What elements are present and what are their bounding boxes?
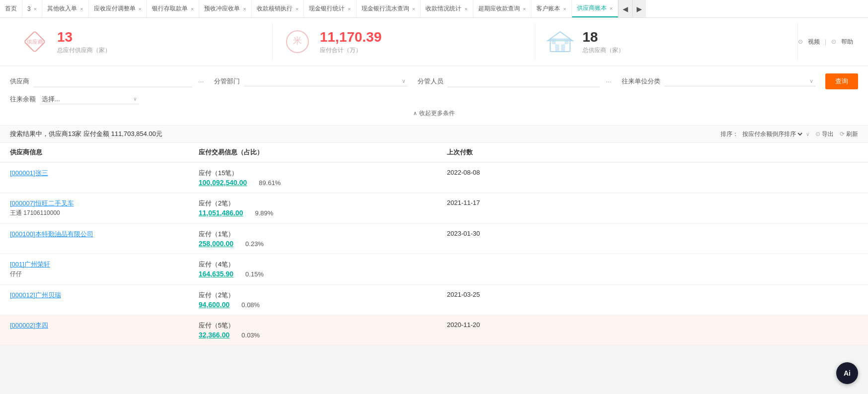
header-transaction: 应付交易信息（占比） <box>199 148 447 157</box>
trans-label: 应付（4笔） <box>199 261 234 268</box>
table-row[interactable]: [000012]广州贝瑞 应付（2笔） 94,600.00 0.08% 2021… <box>0 285 868 315</box>
result-bar: 搜索结果中，供应商13家 应付金额 111,703,854.00元 排序： 按应… <box>0 126 868 143</box>
nav-receipt-verify[interactable]: 收款核销执行 × <box>252 0 304 17</box>
filter-supplier: 供应商 ··· <box>10 75 204 87</box>
last-pay: 2023-01-30 <box>447 230 858 237</box>
person-label: 分管人员 <box>418 77 443 86</box>
filter-person: 分管人员 ··· <box>418 75 612 87</box>
supplier-info: [000012]广州贝瑞 <box>10 291 199 300</box>
result-actions: 排序： 按应付余额倒序排序 ∨ ⊙ 导出 ⟳ 刷新 <box>721 130 858 138</box>
supplier-link[interactable]: [000100]本特勤油品有限公司 <box>10 230 199 239</box>
supplier-link[interactable]: [000012]广州贝瑞 <box>10 291 199 300</box>
nav-supplier-account[interactable]: 供应商账本 × <box>572 0 618 17</box>
supplier-sub: 王通 17106110000 <box>10 209 199 217</box>
stat-total-suppliers: 18 总供应商（家） <box>535 23 798 61</box>
supplier-label: 供应商 <box>10 77 29 86</box>
table-row[interactable]: [000007]恒旺二手叉车 王通 17106110000 应付（2笔） 11,… <box>0 193 868 224</box>
supplier-info: [000002]李四 <box>10 321 199 330</box>
total-suppliers-label: 总供应商（家） <box>582 46 624 55</box>
filter-dept: 分管部门 ∨ <box>214 76 408 86</box>
nav-close-advance[interactable]: × <box>243 6 246 12</box>
table-row[interactable]: [001]广州荣轩 仔仔 应付（4笔） 164,635.90 0.15% <box>0 254 868 285</box>
transaction-info: 应付（4笔） 164,635.90 0.15% <box>199 260 447 278</box>
stat-payable-amount: 米 11,170.39 应付合计（万） <box>273 23 535 61</box>
separator: | <box>825 38 826 45</box>
refresh-button[interactable]: ⟳ 刷新 <box>840 130 858 138</box>
nav-tab-3[interactable]: 3 × <box>22 0 42 17</box>
nav-scroll-right[interactable]: ▶ <box>632 0 646 17</box>
sort-arrow-icon: ∨ <box>806 131 809 137</box>
nav-close-overdue-query[interactable]: × <box>523 6 526 12</box>
trans-amount[interactable]: 11,051,486.00 <box>199 209 243 217</box>
person-input[interactable] <box>447 75 600 87</box>
table-row[interactable]: [000001]张三 应付（15笔） 100,092,540.00 89.61%… <box>0 163 868 193</box>
sort-select[interactable]: 按应付余额倒序排序 <box>740 130 804 138</box>
trans-amount[interactable]: 32,366.00 <box>199 331 229 339</box>
nav-close-customer-account[interactable]: × <box>563 6 566 12</box>
balance-label: 往来余额 <box>10 95 36 104</box>
last-pay: 2022-08-08 <box>447 169 858 176</box>
dept-select-wrap: ∨ <box>244 76 408 86</box>
person-dots[interactable]: ··· <box>606 77 612 85</box>
category-select[interactable] <box>666 77 814 85</box>
nav-close-receipt-stat[interactable]: × <box>464 6 467 12</box>
nav-close-cash-bank-flow[interactable]: × <box>412 6 415 12</box>
supplier-dots[interactable]: ··· <box>198 77 204 85</box>
help-link[interactable]: 帮助 <box>841 38 853 46</box>
trans-amount[interactable]: 94,600.00 <box>199 301 229 309</box>
nav-close-bank-deposit[interactable]: × <box>191 6 194 12</box>
chevron-up-icon: ∧ <box>413 110 417 117</box>
circle-icon: ⊙ <box>798 38 803 45</box>
trans-amount[interactable]: 100,092,540.00 <box>199 179 247 187</box>
nav-close-supplier-account[interactable]: × <box>610 5 613 11</box>
nav-home[interactable]: 首页 <box>0 0 22 17</box>
export-button[interactable]: ⊙ 导出 <box>815 130 834 138</box>
nav-customer-account[interactable]: 客户账本 × <box>531 0 572 17</box>
collapse-button[interactable]: ∧ 收起更多条件 <box>413 109 455 118</box>
nav-close-tab3[interactable]: × <box>34 6 37 12</box>
refresh-icon: ⟳ <box>840 131 845 137</box>
table-row[interactable]: [000100]本特勤油品有限公司 应付（1笔） 258,000.00 0.23… <box>0 224 868 254</box>
supplier-link[interactable]: [000001]张三 <box>10 169 199 178</box>
nav-scroll-left[interactable]: ◀ <box>618 0 632 17</box>
filter-category: 往来单位分类 ∨ <box>622 76 816 86</box>
trans-amount[interactable]: 258,000.00 <box>199 240 233 248</box>
stats-row: 供应商 13 总应付供应商（家） 米 11,170.39 应付合计（万） <box>0 18 868 66</box>
nav-ap-adjust[interactable]: 应收应付调整单 × <box>89 0 147 17</box>
header-supplier: 供应商信息 <box>10 148 199 157</box>
dept-select[interactable] <box>246 77 406 85</box>
nav-other-income[interactable]: 其他收入单 × <box>42 0 88 17</box>
nav-overdue-query[interactable]: 超期应收款查询 × <box>473 0 531 17</box>
last-pay: 2021-03-25 <box>447 291 858 298</box>
nav-advance[interactable]: 预收冲应收单 × <box>199 0 251 17</box>
trans-label: 应付（15笔） <box>199 169 238 177</box>
filter-balance: 往来余额 选择... ∨ <box>10 94 858 104</box>
supplier-input[interactable] <box>33 75 192 87</box>
nav-close-ap-adjust[interactable]: × <box>139 6 142 12</box>
total-suppliers-number: 18 <box>582 29 624 45</box>
search-button[interactable]: 查询 <box>825 73 858 89</box>
svg-rect-8 <box>552 41 556 44</box>
nav-close-cash-bank-stat[interactable]: × <box>348 6 351 12</box>
nav-cash-bank-stat[interactable]: 现金银行统计 × <box>304 0 356 17</box>
supplier-info: [001]广州荣轩 仔仔 <box>10 260 199 278</box>
svg-rect-7 <box>561 44 565 52</box>
payable-suppliers-label: 总应付供应商（家） <box>57 46 111 55</box>
nav-receipt-stat[interactable]: 收款情况统计 × <box>421 0 473 17</box>
transaction-info: 应付（5笔） 32,366.00 0.03% <box>199 321 447 339</box>
supplier-link[interactable]: [000007]恒旺二手叉车 <box>10 199 199 208</box>
supplier-link[interactable]: [000002]李四 <box>10 321 199 330</box>
supplier-link[interactable]: [001]广州荣轩 <box>10 260 199 269</box>
nav-close-other-income[interactable]: × <box>80 6 83 12</box>
trans-pct: 0.15% <box>245 270 264 278</box>
trans-label: 应付（5笔） <box>199 322 234 329</box>
svg-rect-6 <box>555 44 559 52</box>
trans-amount[interactable]: 164,635.90 <box>199 270 233 278</box>
table-row[interactable]: [000002]李四 应付（5笔） 32,366.00 0.03% 2020-1… <box>0 315 868 345</box>
nav-cash-bank-flow[interactable]: 现金银行流水查询 × <box>357 0 421 17</box>
balance-select[interactable]: 选择... <box>42 95 137 103</box>
nav-bank-deposit[interactable]: 银行存取款单 × <box>147 0 199 17</box>
nav-close-receipt-verify[interactable]: × <box>295 6 298 12</box>
video-link[interactable]: 视频 <box>808 38 820 46</box>
data-table: 供应商信息 应付交易信息（占比） 上次付数 [000001]张三 应付（15笔）… <box>0 143 868 345</box>
